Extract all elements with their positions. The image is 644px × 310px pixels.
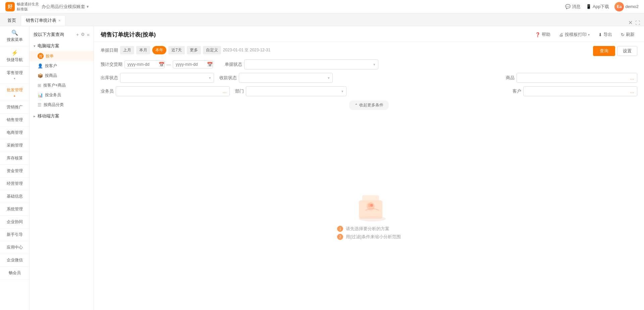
customer-goods-icon: ⊞ bbox=[38, 83, 41, 88]
expected-date-start-input[interactable] bbox=[124, 60, 165, 68]
logo-area: 好 畅捷通好生意 标推版 bbox=[5, 2, 39, 11]
window-close-icon[interactable]: ✕ bbox=[628, 19, 633, 26]
status-select[interactable]: ▾ bbox=[244, 59, 378, 69]
expected-date-label: 预计交货期 bbox=[101, 61, 122, 67]
customer-select[interactable]: … bbox=[523, 86, 637, 96]
receipt-status-select[interactable]: ▾ bbox=[239, 73, 333, 83]
collapse-panel-button[interactable]: « bbox=[87, 32, 90, 37]
goods-icon: 📦 bbox=[38, 73, 43, 78]
scheme-item-by-customer[interactable]: 👤 按客户 bbox=[30, 61, 94, 71]
settings-button[interactable]: 设置 bbox=[617, 46, 637, 56]
sidebar-item-search[interactable]: 🔍 搜索菜单 bbox=[0, 26, 29, 46]
sidebar-item-marketing[interactable]: 营销推广 bbox=[0, 101, 29, 114]
status-label: 单据状态 bbox=[225, 61, 242, 67]
sidebar-item-member[interactable]: 畅会员 bbox=[0, 267, 29, 279]
customer-group: 客户 … bbox=[513, 86, 637, 96]
collapse-area: ⌃ 收起更多条件 bbox=[101, 98, 637, 113]
dept-group: 部门 ▾ bbox=[235, 86, 346, 96]
date-btn-this-month[interactable]: 本月 bbox=[136, 46, 150, 54]
scheme-item-by-order[interactable]: 按 按单 bbox=[30, 51, 94, 61]
page-title: 销售订单统计表(按单) bbox=[101, 31, 156, 39]
scheme-active-badge: 按 bbox=[38, 53, 44, 59]
edit-scheme-button[interactable]: ⚙ bbox=[81, 32, 85, 37]
empty-tips: 1 请先选择要分析的方案 2 用[过滤]条件来缩小分析范围 bbox=[337, 226, 400, 240]
top-bar-right: 💬 消息 📱 App下载 Ea demo2 bbox=[565, 2, 639, 11]
sidebar-item-basic[interactable]: 基础信息 bbox=[0, 190, 29, 203]
search-icon: 🔍 bbox=[11, 30, 18, 36]
shortcut-icon: ⚡ bbox=[11, 50, 18, 56]
refresh-button[interactable]: ↻ 刷新 bbox=[618, 30, 637, 39]
status-chevron-icon: ▾ bbox=[373, 62, 375, 67]
tab-close-icon[interactable]: × bbox=[58, 18, 60, 22]
date-btn-more[interactable]: 更多 bbox=[187, 46, 201, 54]
scheme-item-by-customer-goods[interactable]: ⊞ 按客户+商品 bbox=[30, 81, 94, 90]
breadcrumb-arrow: ▾ bbox=[87, 4, 89, 9]
add-scheme-button[interactable]: + bbox=[76, 32, 79, 37]
print-arrow-icon: ▾ bbox=[588, 33, 590, 37]
sidebar-item-cooperation[interactable]: 企业协同 bbox=[0, 216, 29, 228]
scheme-item-by-category[interactable]: ☰ 按商品分类 bbox=[30, 100, 94, 110]
filter-row-2: 出库状态 ▾ 收款状态 ▾ 商品 bbox=[101, 73, 637, 83]
scheme-item-by-goods[interactable]: 📦 按商品 bbox=[30, 71, 94, 81]
date-range-display: 2023-01-01 至 2023-12-31 bbox=[223, 47, 270, 53]
wholesale-arrow: ▴ bbox=[14, 94, 15, 97]
date-label: 单据日期 bbox=[101, 47, 118, 53]
goods-group: 商品 … bbox=[506, 73, 637, 83]
help-button[interactable]: ❓ 帮助 bbox=[532, 30, 553, 39]
breadcrumb: 办公用品行业模拟账套 ▾ bbox=[42, 4, 89, 10]
status-group: 单据状态 ▾ bbox=[225, 59, 378, 69]
filter-row-3: 业务员 … 部门 ▾ 客户 bbox=[101, 86, 637, 96]
tab-home[interactable]: 首页 bbox=[3, 15, 21, 26]
query-button[interactable]: 查询 bbox=[593, 46, 615, 56]
sidebar-item-operations[interactable]: 经营管理 bbox=[0, 177, 29, 190]
tip-num-2: 2 bbox=[337, 234, 343, 240]
filter-section: 单据日期 上月 本月 本年 近7天 更多 自定义 2023-01-01 至 20… bbox=[94, 42, 644, 117]
sidebar-item-appcenter[interactable]: 应用中心 bbox=[0, 241, 29, 254]
out-status-select[interactable]: ▾ bbox=[120, 73, 214, 83]
scheme-group-pc-header[interactable]: ▾ 电脑端方案 bbox=[30, 41, 94, 51]
sidebar-item-wholesale[interactable]: 批发管理 ▴ bbox=[0, 84, 29, 101]
date-btn-custom[interactable]: 自定义 bbox=[203, 46, 221, 54]
page-body: 按以下方案查询 + ⚙ « ▾ 电脑端方案 按 按单 👤 bbox=[30, 26, 644, 310]
sidebar-item-shortcut[interactable]: ⚡ 快捷导航 bbox=[0, 46, 29, 66]
tab-bar: 首页 销售订单统计表 × ✕ ⛶ bbox=[0, 13, 644, 26]
sidebar-item-ecommerce[interactable]: 电商管理 bbox=[0, 126, 29, 139]
sidebar-item-sales[interactable]: 销售管理 bbox=[0, 114, 29, 126]
expected-date-group: 预计交货期 📅 — 📅 bbox=[101, 60, 213, 68]
date-btn-7days[interactable]: 近7天 bbox=[168, 46, 185, 54]
tab-sales-stat[interactable]: 销售订单统计表 × bbox=[21, 15, 65, 26]
date-btn-this-year[interactable]: 本年 bbox=[152, 46, 166, 54]
page-actions: ❓ 帮助 🖨 按模板打印 ▾ ⬇ 导出 ↻ 刷新 bbox=[532, 30, 637, 39]
collapse-button[interactable]: ⌃ 收起更多条件 bbox=[349, 100, 389, 110]
goods-more-icon[interactable]: … bbox=[630, 75, 634, 81]
template-print-button[interactable]: 🖨 按模板打印 ▾ bbox=[556, 30, 592, 39]
date-btn-last-month[interactable]: 上月 bbox=[120, 46, 134, 54]
user-menu[interactable]: Ea demo2 bbox=[614, 2, 639, 11]
scheme-group-mobile: ▸ 移动端方案 bbox=[30, 111, 94, 121]
out-status-group: 出库状态 ▾ bbox=[101, 73, 214, 83]
sidebar-item-inventory[interactable]: 库存核算 bbox=[0, 152, 29, 165]
app-download-button[interactable]: 📱 App下载 bbox=[586, 4, 609, 10]
scheme-group-mobile-header[interactable]: ▸ 移动端方案 bbox=[30, 111, 94, 121]
tip-num-1: 1 bbox=[337, 226, 343, 232]
message-button[interactable]: 💬 消息 bbox=[565, 4, 581, 10]
sidebar-item-corpwechat[interactable]: 企业微信 bbox=[0, 254, 29, 267]
category-icon: ☰ bbox=[38, 102, 42, 107]
staff-select[interactable]: … bbox=[116, 86, 230, 96]
dept-select[interactable]: ▾ bbox=[246, 86, 346, 96]
expected-date-end-input[interactable] bbox=[173, 60, 213, 68]
left-panel-header: 按以下方案查询 + ⚙ « bbox=[30, 30, 94, 40]
sidebar-item-purchase[interactable]: 采购管理 bbox=[0, 139, 29, 152]
sidebar-item-newuser[interactable]: 新手引导 bbox=[0, 228, 29, 241]
filter-row-1b: 预计交货期 📅 — 📅 单据状态 ▾ bbox=[101, 59, 637, 69]
sidebar-item-system[interactable]: 系统管理 bbox=[0, 203, 29, 216]
sidebar-item-finance[interactable]: 资金管理 bbox=[0, 165, 29, 177]
window-expand-icon[interactable]: ⛶ bbox=[635, 20, 640, 25]
goods-select[interactable]: … bbox=[517, 73, 637, 83]
svg-point-5 bbox=[370, 204, 373, 207]
sidebar-item-retail[interactable]: 零售管理 ▾ bbox=[0, 67, 29, 84]
customer-more-icon[interactable]: … bbox=[630, 89, 634, 94]
staff-more-icon[interactable]: … bbox=[222, 89, 227, 94]
scheme-item-by-staff[interactable]: 📊 按业务员 bbox=[30, 90, 94, 100]
export-button[interactable]: ⬇ 导出 bbox=[596, 30, 615, 39]
